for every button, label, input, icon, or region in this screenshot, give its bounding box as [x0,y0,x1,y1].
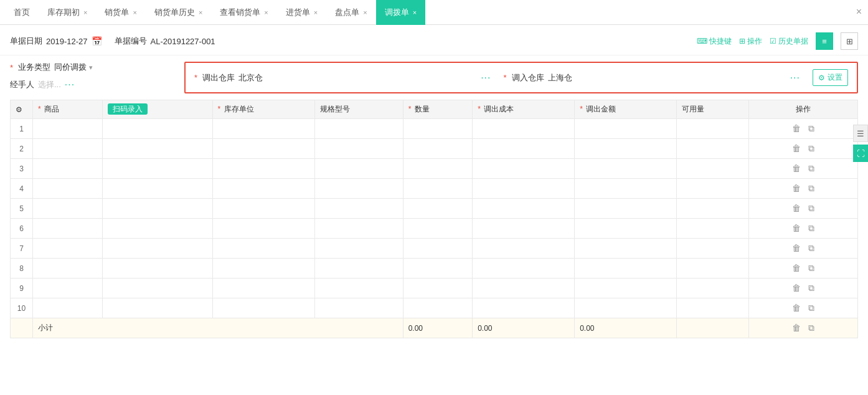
sidebar-expand-icon-btn[interactable]: ⛶ [853,145,868,162]
doc-date-value[interactable]: 2019-12-27 [46,37,88,46]
product-cell[interactable] [33,119,103,139]
list-view-btn[interactable]: ≡ [816,32,833,50]
copy-icon[interactable]: ⧉ [806,260,817,276]
copy-icon[interactable]: ⧉ [806,161,817,176]
product-cell[interactable] [33,219,103,239]
amount-cell[interactable] [575,139,677,159]
warehouse-out-more-btn[interactable]: ··· [481,72,491,83]
gear-icon[interactable]: ⚙ [16,105,22,114]
delete-icon[interactable]: 🗑 [790,121,803,136]
business-type-select[interactable]: 同价调拨 ▾ [54,62,93,73]
qty-cell[interactable] [403,179,473,199]
unit-cell[interactable] [212,219,314,239]
product-cell[interactable] [33,139,103,159]
window-close-button[interactable]: × [856,6,862,17]
qty-cell[interactable] [403,119,473,139]
delete-icon[interactable]: 🗑 [790,240,803,255]
tab-close-view-sales[interactable]: × [264,9,268,16]
unit-cell[interactable] [212,239,314,259]
spec-cell[interactable] [314,298,403,318]
history-btn[interactable]: ☑ 历史单据 [770,36,808,47]
tab-close-transfer[interactable]: × [413,9,417,16]
unit-cell[interactable] [212,119,314,139]
amount-cell[interactable] [575,179,677,199]
delete-icon[interactable]: 🗑 [790,320,803,335]
tab-home[interactable]: 首页 [5,0,39,25]
amount-cell[interactable] [575,219,677,239]
delete-icon[interactable]: 🗑 [790,161,803,176]
product-cell[interactable] [33,259,103,278]
product-cell[interactable] [33,199,103,219]
copy-icon[interactable]: ⧉ [806,181,817,196]
amount-cell[interactable] [575,119,677,139]
delete-icon[interactable]: 🗑 [790,181,803,196]
delete-icon[interactable]: 🗑 [790,300,803,315]
product-cell[interactable] [33,179,103,199]
tab-sales-order[interactable]: 销货单 × [96,0,145,25]
tab-close-purchase-order[interactable]: × [314,9,318,16]
cost-cell[interactable] [473,298,575,318]
qty-cell[interactable] [403,239,473,259]
cost-cell[interactable] [473,139,575,159]
amount-cell[interactable] [575,278,677,298]
cost-cell[interactable] [473,199,575,219]
product-cell[interactable] [33,278,103,298]
spec-cell[interactable] [314,119,403,139]
tab-view-sales[interactable]: 查看销货单 × [211,0,276,25]
amount-cell[interactable] [575,199,677,219]
delete-icon[interactable]: 🗑 [790,201,803,216]
calendar-icon[interactable]: 📅 [92,36,102,46]
unit-cell[interactable] [212,259,314,278]
spec-cell[interactable] [314,159,403,179]
copy-icon[interactable]: ⧉ [806,240,817,256]
handler-more-btn[interactable]: ··· [65,79,75,90]
operations-btn[interactable]: ⊞ 操作 [739,36,762,47]
copy-icon[interactable]: ⧉ [806,280,817,296]
warehouse-in-value[interactable]: 上海仓 [548,72,786,83]
qty-cell[interactable] [403,259,473,278]
cost-cell[interactable] [473,119,575,139]
warehouse-in-more-btn[interactable]: ··· [790,72,800,83]
copy-icon[interactable]: ⧉ [806,201,817,216]
copy-icon[interactable]: ⧉ [806,300,817,316]
spec-cell[interactable] [314,278,403,298]
delete-icon[interactable]: 🗑 [790,141,803,156]
delete-icon[interactable]: 🗑 [790,221,803,236]
amount-cell[interactable] [575,159,677,179]
tab-sales-history[interactable]: 销货单历史 × [146,0,211,25]
product-cell[interactable] [33,239,103,259]
cost-cell[interactable] [473,179,575,199]
amount-cell[interactable] [575,259,677,278]
scan-btn[interactable]: 扫码录入 [108,103,148,115]
cost-cell[interactable] [473,219,575,239]
handler-input[interactable]: 选择... [38,79,61,90]
unit-cell[interactable] [212,298,314,318]
qty-cell[interactable] [403,199,473,219]
product-cell[interactable] [33,159,103,179]
delete-icon[interactable]: 🗑 [790,260,803,275]
unit-cell[interactable] [212,139,314,159]
cost-cell[interactable] [473,239,575,259]
tab-close-sales-order[interactable]: × [133,9,136,16]
spec-cell[interactable] [314,199,403,219]
copy-icon[interactable]: ⧉ [806,141,817,156]
cost-cell[interactable] [473,278,575,298]
sidebar-list-icon-btn[interactable]: ☰ [853,125,868,142]
amount-cell[interactable] [575,239,677,259]
qty-cell[interactable] [403,139,473,159]
spec-cell[interactable] [314,219,403,239]
unit-cell[interactable] [212,199,314,219]
unit-cell[interactable] [212,179,314,199]
qty-cell[interactable] [403,219,473,239]
copy-icon[interactable]: ⧉ [806,221,817,236]
spec-cell[interactable] [314,259,403,278]
delete-icon[interactable]: 🗑 [790,280,803,295]
amount-cell[interactable] [575,298,677,318]
copy-icon[interactable]: ⧉ [806,121,817,136]
tab-close-inventory-count[interactable]: × [363,9,367,16]
tab-close-inventory-init[interactable]: × [83,9,87,16]
settings-btn[interactable]: ⚙ 设置 [813,69,848,86]
copy-icon[interactable]: ⧉ [806,320,817,336]
tab-purchase-order[interactable]: 进货单 × [277,0,326,25]
spec-cell[interactable] [314,239,403,259]
